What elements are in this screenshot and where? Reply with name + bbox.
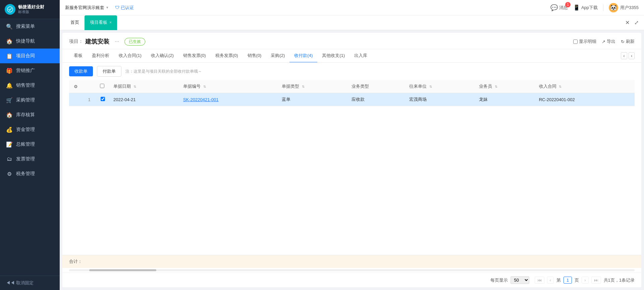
sidebar-item-资金管理[interactable]: 💰 资金管理	[0, 122, 60, 137]
sort-code-icon: ⇅	[203, 85, 206, 88]
last-page-button[interactable]: ⏭	[591, 277, 601, 284]
subtab-other[interactable]: 其他收支(1)	[317, 49, 350, 63]
td-date: 2022-04-21	[109, 93, 179, 106]
app-download-button[interactable]: 📱 App下载	[573, 4, 598, 11]
app-name: 畅捷通好业财	[18, 4, 44, 10]
sidebar-item-快捷导航[interactable]: 🏠 快捷导航	[0, 34, 60, 49]
select-all-checkbox[interactable]	[100, 84, 104, 88]
sidebar-logo: 畅捷通好业财 标准版	[0, 0, 60, 19]
table-header-row: ⚙ 单据日期 ⇅ 单据编号 ⇅ 单据类型 ⇅ 业务类型 往来单位 ⇅ 业务员 ⇅…	[69, 80, 635, 93]
sidebar-item-label: 营销推广	[16, 68, 35, 74]
main-area: 新服务官网演示账套 ▾ 🛡 已认证 💬 消息 1 📱 App下载 🐼 用户335…	[60, 0, 644, 290]
per-page-select[interactable]: 102050100	[511, 276, 529, 284]
show-detail-checkbox[interactable]	[573, 40, 578, 44]
subtab-next-button[interactable]: ›	[629, 52, 635, 59]
sidebar-item-采购管理[interactable]: 🛒 采购管理	[0, 93, 60, 107]
sidebar-icon: ⚙	[6, 170, 13, 177]
project-more-button[interactable]: ···	[115, 39, 119, 45]
prev-page-button[interactable]: ‹	[547, 277, 554, 284]
tab-maximize-button[interactable]: ⤢	[633, 18, 640, 27]
th-partner[interactable]: 往来单位 ⇅	[405, 80, 475, 93]
fu-btn[interactable]: 付款单	[97, 66, 121, 77]
refresh-icon: ↻	[621, 39, 625, 44]
td-contract: RC-20220401-002	[535, 93, 635, 106]
sidebar-pin-toggle[interactable]: ◀◀ 取消固定	[0, 276, 60, 290]
message-button[interactable]: 💬 消息 1	[550, 4, 568, 11]
next-page-button[interactable]: ›	[582, 277, 588, 284]
sidebar-item-发票管理[interactable]: 🗂 发票管理	[0, 152, 60, 166]
subtab-payment[interactable]: 收付款(4)	[289, 49, 317, 63]
sidebar-item-label: 搜索菜单	[16, 23, 35, 29]
data-table-wrapper: ⚙ 单据日期 ⇅ 单据编号 ⇅ 单据类型 ⇅ 业务类型 往来单位 ⇅ 业务员 ⇅…	[62, 80, 641, 255]
td-partner: 宏茂商场	[405, 93, 475, 106]
refresh-button[interactable]: ↻ 刷新	[621, 39, 635, 45]
chat-icon: 💬	[550, 4, 558, 11]
show-detail-toggle[interactable]: 显示明细	[573, 39, 596, 45]
workspace-arrow-icon: ▾	[106, 5, 108, 10]
td-salesman: 龙妹	[475, 93, 535, 106]
doc-link[interactable]: SK-20220421-001	[183, 97, 219, 102]
refresh-label: 刷新	[626, 39, 635, 45]
topbar: 新服务官网演示账套 ▾ 🛡 已认证 💬 消息 1 📱 App下载 🐼 用户335…	[60, 0, 644, 15]
sidebar-icon: 📋	[6, 53, 13, 59]
certified-badge: 🛡 已认证	[115, 5, 134, 11]
th-type[interactable]: 单据类型 ⇅	[278, 80, 347, 93]
th-settings[interactable]: ⚙	[69, 80, 83, 93]
row-checkbox[interactable]	[101, 97, 105, 101]
th-contract[interactable]: 收入合同 ⇅	[535, 80, 635, 93]
th-index	[83, 80, 96, 93]
sidebar-icon: 🎁	[6, 67, 13, 74]
sidebar-item-label: 项目合同	[16, 53, 35, 59]
subtab-sales-invoice[interactable]: 销售发票(0)	[178, 49, 211, 63]
subtab-purchase[interactable]: 采购(2)	[266, 49, 289, 63]
topbar-divider	[603, 4, 603, 11]
th-checkbox[interactable]	[96, 80, 109, 93]
tab-project-board[interactable]: 项目看板 ×	[85, 15, 117, 30]
workspace-selector[interactable]: 新服务官网演示账套 ▾	[65, 5, 108, 11]
td-code[interactable]: SK-20220421-001	[179, 93, 278, 106]
app-version: 标准版	[18, 9, 44, 14]
sidebar-item-库存核算[interactable]: 🏠 库存核算	[0, 107, 60, 122]
th-date[interactable]: 单据日期 ⇅	[109, 80, 179, 93]
subtab-income-contract[interactable]: 收入合同(1)	[114, 49, 146, 63]
page-label: 第	[556, 277, 561, 283]
tab-home[interactable]: 首页	[65, 15, 85, 30]
td-checkbox[interactable]	[96, 93, 109, 106]
sidebar-item-总账管理[interactable]: 📝 总账管理	[0, 137, 60, 152]
tab-home-label: 首页	[70, 19, 79, 25]
first-page-button[interactable]: ⏮	[535, 277, 544, 284]
td-settings-cell	[69, 93, 83, 106]
tab-close-icon[interactable]: ×	[109, 20, 112, 25]
total-row: 合计：	[62, 255, 641, 268]
subtab-warehouse[interactable]: 出入库	[350, 49, 372, 63]
th-salesman[interactable]: 业务员 ⇅	[475, 80, 535, 93]
subtab-profit[interactable]: 盈利分析	[87, 49, 114, 63]
sidebar-item-搜索菜单[interactable]: 🔍 搜索菜单	[0, 19, 60, 34]
tab-close-button[interactable]: ✕	[624, 18, 631, 27]
sidebar-item-税务管理[interactable]: ⚙ 税务管理	[0, 166, 60, 181]
sidebar-item-营销推广[interactable]: 🎁 营销推广	[0, 63, 60, 78]
user-menu[interactable]: 🐼 用户3355	[609, 3, 639, 12]
subtab-kanban[interactable]: 看板	[69, 49, 87, 63]
export-button[interactable]: ↗ 导出	[602, 39, 615, 45]
sidebar-item-label: 销售管理	[16, 82, 35, 88]
shou-btn[interactable]: 收款单	[69, 66, 93, 76]
subtab-prev-button[interactable]: ‹	[621, 52, 627, 59]
scrollbar-track[interactable]	[69, 269, 635, 271]
sidebar-item-label: 税务管理	[16, 171, 35, 177]
sort-date-icon: ⇅	[133, 85, 136, 88]
subtab-income-confirm[interactable]: 收入确认(2)	[146, 49, 178, 63]
sidebar-icon: 💰	[6, 126, 13, 133]
sidebar-item-项目合同[interactable]: 📋 项目合同	[0, 49, 60, 63]
current-page: 1	[564, 277, 572, 284]
th-code[interactable]: 单据编号 ⇅	[179, 80, 278, 93]
td-biz-type: 应收款	[347, 93, 405, 106]
page-suffix: 页	[575, 277, 579, 283]
sidebar-item-label: 快捷导航	[16, 38, 35, 44]
total-info: 共1页，1条记录	[604, 277, 635, 283]
subtab-sales[interactable]: 销售(0)	[243, 49, 266, 63]
sidebar-item-销售管理[interactable]: 🔔 销售管理	[0, 78, 60, 93]
scrollbar-thumb[interactable]	[89, 269, 156, 271]
subtab-tax-invoice[interactable]: 税务发票(0)	[211, 49, 243, 63]
pagination: 每页显示 102050100 ⏮ ‹ 第 1 页 › ⏭ 共1页，1条记录	[62, 273, 641, 287]
